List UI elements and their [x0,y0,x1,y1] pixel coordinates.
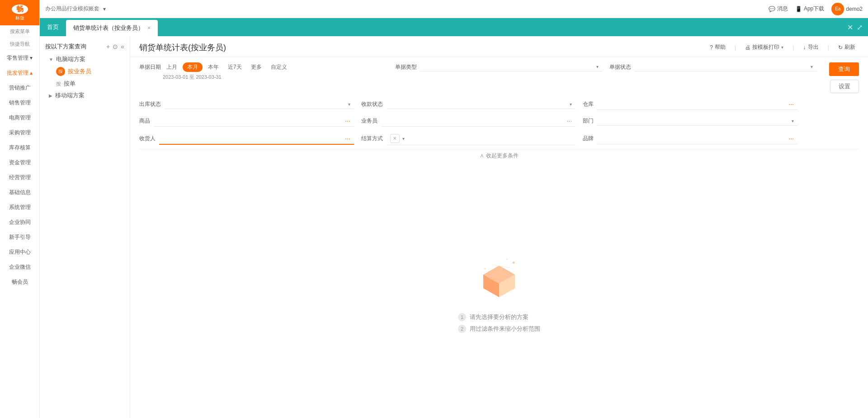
nav-divider-1 [8,37,31,37]
topbar: 办公用品行业模拟账套 ▾ 💬 消息 📱 App下载 Ea demo2 [40,0,868,18]
message-icon: 💬 [769,6,775,12]
tab-home[interactable]: 首页 [40,18,66,36]
sidebar-quick-nav[interactable]: 快捷导航 [0,38,39,48]
edit-scheme-btn[interactable]: ⊙ [113,43,118,50]
payment-tag-close[interactable]: × [393,135,396,142]
sidebar-item-marketing[interactable]: 营销推广 [0,81,39,95]
dept-label: 部门 [583,117,594,125]
tab-active[interactable]: 销货单统计表（按业务员） × [66,20,158,36]
app-download-icon: 📱 [795,6,802,12]
tree-mobile-section[interactable]: ▶ 移动端方案 [40,90,130,101]
content: 按以下方案查询 + ⊙ « ▼ 电脑端方案 按 按业务员 按 按单 ▶ [40,36,868,418]
warehouse-filter: 仓库 ··· [583,99,797,110]
sidebar-item-wholesale[interactable]: 批发管理 ▴ [0,66,39,81]
receiver-input[interactable]: ··· [159,133,354,145]
brand-dots[interactable]: ··· [788,135,794,142]
tree-desktop-section: ▼ 电脑端方案 [40,53,130,65]
print-dropdown-icon: ▾ [781,45,783,50]
brand-filter: 品牌 ··· [583,133,797,144]
setting-button[interactable]: 设置 [830,80,859,93]
date-btn-custom[interactable]: 自定义 [267,62,291,72]
empty-step-1: 1 请先选择要分析的方案 [458,313,540,321]
export-btn[interactable]: ↓ 导出 [800,42,822,53]
out-label: 出库状态 [139,100,161,108]
date-range-buttons: 上月 本月 本年 近7天 更多 自定义 [163,62,291,72]
warehouse-dots[interactable]: ··· [788,100,794,108]
tab-maximize: ✕ ⤢ [847,23,868,32]
sidebar-item-enterprise[interactable]: 企业协同 [0,215,39,230]
payment-tag: × [390,134,400,143]
sidebar-item-appstore[interactable]: 应用中心 [0,245,39,260]
type-select[interactable]: ▾ [420,62,602,71]
staff-dots[interactable]: ··· [567,117,572,124]
help-btn[interactable]: ? 帮助 [706,42,729,53]
sidebar-item-inventory[interactable]: 库存核算 [0,140,39,155]
tab-close-icon[interactable]: × [147,25,151,31]
print-btn[interactable]: 🖨 按模板打印 ▾ [741,42,787,53]
goods-select[interactable]: ··· [154,115,354,127]
receiver-dots[interactable]: ··· [345,135,350,142]
step-2-num: 2 [458,325,466,333]
payment-chevron: ▾ [402,136,405,141]
topbar-left: 办公用品行业模拟账套 ▾ [45,5,106,13]
date-btn-more[interactable]: 更多 [247,62,265,72]
sidebar-item-wechat[interactable]: 企业微信 [0,260,39,275]
brand-select[interactable]: ··· [597,133,797,144]
tab-home-label: 首页 [47,23,59,31]
date-label: 单据日期 [139,63,161,71]
add-scheme-btn[interactable]: + [106,43,110,50]
tree-item-by-staff[interactable]: 按 按业务员 [40,65,130,78]
sidebar-item-basic[interactable]: 基础信息 [0,185,39,200]
status-select[interactable]: ▾ [635,62,816,71]
right-panel: 销货单统计表(按业务员) ? 帮助 | 🖨 按模板打印 ▾ | ↓ [130,36,868,418]
date-btn-this-year[interactable]: 本年 [204,62,222,72]
warehouse-select[interactable]: ··· [597,99,797,110]
app-download-btn[interactable]: 📱 App下载 [795,5,824,13]
sidebar-item-operation[interactable]: 经营管理 [0,170,39,185]
staff-select[interactable]: ··· [381,115,576,127]
sidebar-item-newbie[interactable]: 新手引导 [0,230,39,245]
query-button[interactable]: 查询 [829,62,859,76]
collapse-panel-btn[interactable]: « [121,43,124,50]
tabbar: 首页 销货单统计表（按业务员） × ✕ ⤢ [40,18,868,36]
nav-divider-2 [8,49,31,50]
sidebar-item-retail[interactable]: 零售管理 ▾ [0,51,39,66]
sidebar-item-sales[interactable]: 销售管理 [0,95,39,110]
sidebar-item-purchase[interactable]: 采购管理 [0,125,39,140]
step-2-text: 用过滤条件来缩小分析范围 [470,325,540,333]
svg-text:✦: ✦ [511,260,516,266]
goods-dots[interactable]: ··· [345,117,350,124]
sidebar-item-finance[interactable]: 资金管理 [0,155,39,170]
sidebar-search-label[interactable]: 搜索菜单 [0,25,39,36]
tree-mobile-arrow: ▶ [49,93,52,98]
close-window-icon[interactable]: ✕ [847,23,853,32]
out-select[interactable]: ▾ [165,100,354,109]
topbar-dropdown-icon[interactable]: ▾ [103,6,106,12]
date-btn-this-month[interactable]: 本月 [183,62,203,72]
empty-icon: ✦ ✦ ✦ [472,250,526,304]
dept-select[interactable]: ▾ [597,117,797,126]
brand-label: 品牌 [583,135,594,142]
message-btn[interactable]: 💬 消息 [769,5,788,13]
date-btn-7days[interactable]: 近7天 [224,62,245,72]
user-info[interactable]: Ea demo2 [831,3,863,15]
date-btn-last-month[interactable]: 上月 [163,62,181,72]
message-label: 消息 [777,5,788,13]
filter-area: 单据日期 上月 本月 本年 近7天 更多 自定义 2023 [130,57,868,168]
collect-select[interactable]: ▾ [387,100,576,109]
collapse-row[interactable]: ∧ 收起更多条件 [139,149,859,162]
status-filter: 单据状态 ▾ [609,62,816,71]
date-filter-group: 单据日期 上月 本月 本年 近7天 更多 自定义 2023 [139,62,388,81]
maximize-icon[interactable]: ⤢ [857,23,863,32]
page-actions: ? 帮助 | 🖨 按模板打印 ▾ | ↓ 导出 | [706,42,859,53]
tree-item-by-order[interactable]: 按 按单 [40,78,130,90]
tree-desktop-label: 电脑端方案 [56,55,85,63]
user-name: demo2 [846,6,863,12]
payment-select[interactable]: × ▾ [387,132,576,145]
sidebar-item-system[interactable]: 系统管理 [0,200,39,215]
refresh-btn[interactable]: ↻ 刷新 [835,42,859,53]
export-label: 导出 [808,43,819,51]
sidebar-item-member[interactable]: 畅会员 [0,275,39,290]
sidebar-item-ecommerce[interactable]: 电商管理 [0,110,39,125]
staff-filter: 业务员 ··· [361,115,576,127]
